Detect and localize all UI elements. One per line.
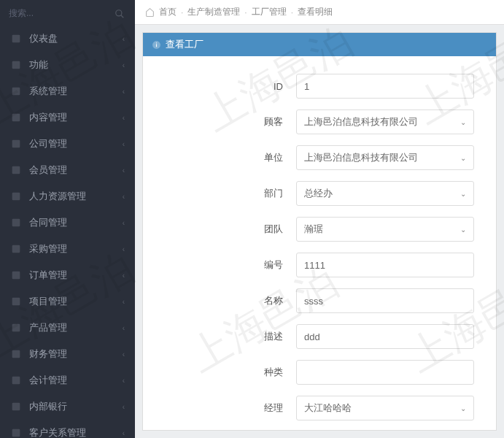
file-icon — [10, 112, 22, 123]
sidebar-item-label: 系统管理 — [29, 85, 123, 98]
chevron-left-icon: ‹ — [123, 88, 125, 96]
field-value: 大江哈哈哈 — [304, 402, 352, 415]
field-1-select[interactable]: 上海邑泊信息科技有限公司⌄ — [296, 110, 474, 134]
sidebar-nav: 仪表盘 ‹ 功能 ‹ 系统管理 ‹ 内容管理 ‹ 公司管理 ‹ 会员管理 ‹ 人… — [0, 26, 135, 438]
field-value: 1111 — [304, 260, 325, 271]
sidebar-item-label: 人力资源管理 — [29, 190, 123, 203]
chevron-left-icon: ‹ — [123, 429, 125, 437]
form-row: 描述ddd — [165, 324, 474, 349]
field-label: 团队 — [165, 223, 296, 236]
breadcrumb-item[interactable]: 首页 — [159, 6, 177, 18]
field-8-text[interactable] — [296, 360, 474, 385]
sidebar-item-label: 会员管理 — [29, 164, 123, 177]
field-9-select[interactable]: 大江哈哈哈⌄ — [296, 396, 474, 420]
svg-rect-10 — [12, 245, 20, 253]
sidebar-item-9[interactable]: 订单管理 ‹ — [0, 262, 135, 288]
chevron-left-icon: ‹ — [123, 272, 125, 280]
info-icon — [152, 40, 161, 50]
panel: 查看工厂 ID1顾客上海邑泊信息科技有限公司⌄单位上海邑泊信息科技有限公司⌄部门… — [142, 32, 497, 431]
sidebar-item-6[interactable]: 人力资源管理 ‹ — [0, 183, 135, 210]
chevron-left-icon: ‹ — [123, 114, 125, 122]
svg-rect-9 — [12, 219, 20, 227]
field-value: 上海邑泊信息科技有限公司 — [304, 115, 418, 128]
sidebar-item-label: 内容管理 — [29, 111, 123, 124]
sidebar-item-label: 项目管理 — [29, 295, 123, 308]
sidebar-item-3[interactable]: 内容管理 ‹ — [0, 104, 135, 131]
field-label: 顾客 — [165, 115, 296, 128]
chevron-left-icon: ‹ — [123, 403, 125, 411]
search-input[interactable] — [9, 8, 126, 18]
panel-title: 查看工厂 — [166, 38, 203, 51]
sidebar-item-label: 订单管理 — [29, 269, 123, 282]
form-row: 种类 — [165, 360, 474, 385]
form-row: ID1 — [165, 74, 474, 99]
crm-icon — [10, 427, 22, 438]
breadcrumb-item[interactable]: 生产制造管理 — [187, 6, 240, 18]
svg-line-1 — [121, 15, 124, 18]
form-row: 编号1111 — [165, 253, 474, 277]
chevron-left-icon: ‹ — [123, 324, 125, 332]
home-icon — [145, 7, 155, 17]
svg-rect-19 — [156, 44, 157, 47]
svg-rect-11 — [12, 272, 20, 280]
field-5-text[interactable]: 1111 — [296, 253, 474, 277]
field-value: 1 — [304, 81, 309, 92]
field-label: 名称 — [165, 294, 296, 307]
sidebar-item-13[interactable]: 会计管理 ‹ — [0, 367, 135, 393]
cog-icon — [10, 85, 22, 97]
field-label: 种类 — [165, 366, 296, 379]
sidebar-item-1[interactable]: 功能 ‹ — [0, 52, 135, 78]
sidebar-item-5[interactable]: 会员管理 ‹ — [0, 157, 135, 183]
doc-icon — [10, 217, 22, 228]
chevron-left-icon: ‹ — [123, 219, 125, 227]
field-7-text[interactable]: ddd — [296, 324, 474, 349]
chevron-left-icon: ‹ — [123, 140, 125, 148]
sidebar-item-label: 采购管理 — [29, 242, 123, 256]
svg-rect-5 — [12, 114, 20, 122]
sidebar-item-2[interactable]: 系统管理 ‹ — [0, 78, 135, 104]
chevron-left-icon: ‹ — [123, 35, 125, 43]
field-2-select[interactable]: 上海邑泊信息科技有限公司⌄ — [296, 145, 474, 170]
breadcrumb: 首页 · 生产制造管理 · 工厂管理 · 查看明细 — [135, 0, 504, 25]
sidebar-item-label: 仪表盘 — [29, 32, 123, 45]
svg-rect-2 — [12, 35, 20, 43]
sidebar-item-4[interactable]: 公司管理 ‹ — [0, 131, 135, 157]
field-3-select[interactable]: 总经办⌄ — [296, 181, 474, 206]
sidebar-item-10[interactable]: 项目管理 ‹ — [0, 288, 135, 315]
sidebar-item-7[interactable]: 合同管理 ‹ — [0, 210, 135, 236]
building-icon — [10, 138, 22, 150]
bank-icon — [10, 401, 22, 412]
calc-icon — [10, 374, 22, 386]
svg-point-20 — [156, 42, 157, 43]
sidebar-item-15[interactable]: 客户关系管理 ‹ — [0, 420, 135, 438]
field-label: 编号 — [165, 258, 296, 272]
sidebar-item-11[interactable]: 产品管理 ‹ — [0, 315, 135, 341]
svg-rect-8 — [12, 193, 20, 201]
sidebar-item-label: 财务管理 — [29, 347, 123, 361]
svg-rect-3 — [12, 61, 20, 69]
breadcrumb-item[interactable]: 工厂管理 — [252, 6, 287, 18]
search-box — [0, 0, 135, 26]
chevron-left-icon: ‹ — [123, 61, 125, 69]
chevron-left-icon: ‹ — [123, 245, 125, 253]
field-6-text[interactable]: ssss — [296, 288, 474, 313]
sidebar-item-14[interactable]: 内部银行 ‹ — [0, 393, 135, 420]
gear-icon — [10, 59, 22, 71]
form-row: 经理大江哈哈哈⌄ — [165, 396, 474, 420]
chevron-left-icon: ‹ — [123, 166, 125, 174]
sidebar-item-label: 内部银行 — [29, 400, 123, 413]
chevron-down-icon: ⌄ — [460, 404, 466, 412]
svg-rect-12 — [12, 298, 20, 306]
order-icon — [10, 269, 22, 281]
sidebar-item-8[interactable]: 采购管理 ‹ — [0, 236, 135, 262]
user-icon — [10, 164, 22, 176]
field-4-select[interactable]: 瀚琚⌄ — [296, 217, 474, 242]
sidebar-item-0[interactable]: 仪表盘 ‹ — [0, 26, 135, 52]
svg-rect-17 — [12, 429, 20, 437]
field-label: ID — [165, 81, 296, 92]
svg-point-0 — [116, 10, 122, 16]
sidebar-item-label: 公司管理 — [29, 137, 123, 150]
breadcrumb-item: 查看明细 — [298, 6, 333, 18]
field-0-text[interactable]: 1 — [296, 74, 474, 99]
sidebar-item-12[interactable]: 财务管理 ‹ — [0, 341, 135, 367]
